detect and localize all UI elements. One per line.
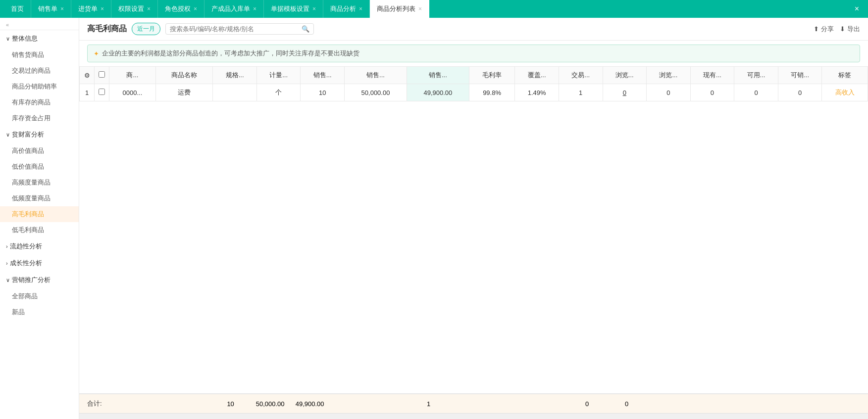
sidebar-item-goods-in-stock[interactable]: 有库存的商品: [0, 94, 79, 110]
nav-item-product-entry[interactable]: 产成品入库单 ×: [204, 0, 264, 18]
arrow-icon-5: ∨: [6, 277, 10, 283]
footer-empty5: [488, 400, 528, 408]
row-no: 1: [80, 84, 95, 101]
nav-item-home[interactable]: 首页: [4, 0, 31, 18]
nav-item-template-settings[interactable]: 单据模板设置 ×: [264, 0, 323, 18]
sidebar-group-trend[interactable]: › 流趋性分析: [0, 238, 79, 255]
sidebar-group-overall[interactable]: ∨ 整体信息: [0, 30, 79, 47]
th-sales-profit[interactable]: 销售...: [407, 67, 469, 84]
nav-item-product-analysis-list[interactable]: 商品分析列表 ×: [370, 0, 429, 18]
th-settings[interactable]: ⚙: [80, 67, 95, 84]
close-sales-tab[interactable]: ×: [60, 5, 64, 12]
filter-period-button[interactable]: 近一月: [132, 23, 160, 35]
sidebar-item-sales-goods[interactable]: 销售货商品: [0, 47, 79, 63]
row-trade: 1: [559, 84, 603, 101]
footer-empty2: [330, 400, 369, 408]
th-profit-rate[interactable]: 毛利率: [469, 67, 514, 84]
row-checkbox[interactable]: [99, 89, 105, 95]
footer-saleable: 0: [607, 400, 647, 408]
close-role-permission-tab[interactable]: ×: [194, 5, 197, 12]
sidebar-item-high-value[interactable]: 高价值商品: [0, 143, 79, 159]
share-button[interactable]: ⬆ 分享: [814, 25, 834, 34]
data-table: ⚙ 商... 商品名称 规格...: [79, 66, 868, 101]
sidebar-item-all-goods[interactable]: 全部商品: [0, 288, 79, 304]
select-all-checkbox[interactable]: [99, 71, 105, 78]
sidebar-item-low-profit[interactable]: 低毛利商品: [0, 222, 79, 238]
close-product-entry-tab[interactable]: ×: [253, 5, 256, 12]
table-container[interactable]: ⚙ 商... 商品名称 规格...: [79, 66, 868, 393]
row-check[interactable]: [95, 84, 109, 101]
row-profit-rate: 99.8%: [469, 84, 514, 101]
th-unit[interactable]: 计量...: [256, 67, 301, 84]
sidebar-collapse-btn[interactable]: «: [6, 22, 9, 28]
footer-label: 合计:: [87, 399, 102, 408]
sidebar-item-low-value[interactable]: 低价值商品: [0, 159, 79, 175]
close-template-settings-tab[interactable]: ×: [312, 5, 316, 12]
nav-item-purchase[interactable]: 进货单 ×: [71, 0, 111, 18]
th-saleable[interactable]: 可销...: [778, 67, 822, 84]
th-current[interactable]: 现有...: [690, 67, 734, 84]
row-sales-profit: 49,900.00: [407, 84, 469, 101]
sidebar-item-new-goods[interactable]: 新品: [0, 304, 79, 320]
th-browse2[interactable]: 浏览...: [647, 67, 691, 84]
table-header-row: ⚙ 商... 商品名称 规格...: [80, 67, 868, 84]
nav-item-product-analysis[interactable]: 商品分析 ×: [323, 0, 370, 18]
th-code[interactable]: 商...: [109, 67, 156, 84]
horizontal-scrollbar[interactable]: [79, 413, 868, 419]
th-browse1[interactable]: 浏览...: [603, 67, 647, 84]
content-area: 高毛利商品 近一月 🔍 ⬆ 分享 ⬇ 导出 ✦ 企业的主要的利润都是这部分商品创…: [79, 18, 868, 419]
arrow-icon-3: ›: [6, 243, 8, 249]
close-purchase-tab[interactable]: ×: [101, 5, 104, 12]
th-tag[interactable]: 标签: [822, 67, 868, 84]
footer-trade: 1: [409, 400, 449, 408]
th-sales-amount[interactable]: 销售...: [345, 67, 407, 84]
sidebar-item-goods-analysis-assist[interactable]: 商品分销助销率: [0, 79, 79, 94]
footer-sales-qty: 10: [211, 400, 251, 408]
search-icon[interactable]: 🔍: [302, 25, 309, 33]
close-product-analysis-tab[interactable]: ×: [359, 5, 362, 12]
row-browse2: 0: [647, 84, 691, 101]
close-permission-settings-tab[interactable]: ×: [147, 5, 151, 12]
sidebar-item-traded-goods[interactable]: 交易过的商品: [0, 63, 79, 79]
nav-item-permission-settings[interactable]: 权限设置 ×: [111, 0, 158, 18]
sidebar-group-wealth[interactable]: ∨ 贫财富分析: [0, 126, 79, 143]
sidebar-group-overall-items: 销售货商品 交易过的商品 商品分销助销率 有库存的商品 库存资金占用: [0, 47, 79, 126]
content-title: 高毛利商品: [87, 24, 127, 34]
info-banner: ✦ 企业的主要的利润都是这部分商品创造的，可考虑加大推广，同时关注库存是不要出现…: [87, 45, 860, 62]
sidebar-group-wealth-items: 高价值商品 低价值商品 高频度量商品 低频度量商品 高毛利商品 低毛利商品: [0, 143, 79, 238]
sidebar-item-high-profit[interactable]: 高毛利商品: [0, 206, 79, 222]
footer-empty: [112, 400, 211, 408]
search-box: 🔍: [165, 23, 314, 35]
footer-total: 合计: 10 50,000.00 49,900.00 1 0 0: [79, 393, 868, 413]
table-row: 1 0000... 运费: [80, 84, 868, 101]
row-browse1[interactable]: 0: [603, 84, 647, 101]
close-all-tabs-button[interactable]: ×: [850, 4, 864, 13]
sidebar-item-stock-capital[interactable]: 库存资金占用: [0, 110, 79, 126]
footer-empty4: [449, 400, 488, 408]
content-header: 高毛利商品 近一月 🔍 ⬆ 分享 ⬇ 导出: [79, 18, 868, 41]
row-sales-amount: 50,000.00: [345, 84, 407, 101]
nav-item-sales[interactable]: 销售单 ×: [31, 0, 71, 18]
th-sales-qty[interactable]: 销售...: [301, 67, 345, 84]
arrow-icon-2: ∨: [6, 132, 10, 138]
sidebar-item-high-freq[interactable]: 高频度量商品: [0, 175, 79, 190]
sidebar-item-low-freq[interactable]: 低频度量商品: [0, 190, 79, 206]
th-trade[interactable]: 交易...: [559, 67, 603, 84]
nav-item-role-permission[interactable]: 角色授权 ×: [158, 0, 204, 18]
export-button[interactable]: ⬇ 导出: [840, 25, 860, 34]
footer-values: 10 50,000.00 49,900.00 1 0 0: [112, 400, 860, 408]
sidebar-group-marketing[interactable]: ∨ 营销推广分析: [0, 272, 79, 288]
sidebar-group-growth[interactable]: › 成长性分析: [0, 255, 79, 272]
search-input[interactable]: [170, 25, 302, 33]
row-code[interactable]: 0000...: [109, 84, 156, 101]
th-available[interactable]: 可用...: [734, 67, 778, 84]
th-check[interactable]: [95, 67, 109, 84]
close-product-analysis-list-tab[interactable]: ×: [418, 5, 422, 12]
th-spec[interactable]: 规格...: [213, 67, 257, 84]
row-saleable: 0: [778, 84, 822, 101]
top-navigation: 首页 销售单 × 进货单 × 权限设置 × 角色授权 × 产成品入库单 × 单据…: [0, 0, 868, 18]
sidebar: « ∨ 整体信息 销售货商品 交易过的商品 商品分销助销率 有库存的商品 库存资…: [0, 18, 79, 419]
th-name[interactable]: 商品名称: [155, 67, 213, 84]
th-coverage[interactable]: 覆盖...: [515, 67, 559, 84]
row-sales-qty: 10: [301, 84, 345, 101]
